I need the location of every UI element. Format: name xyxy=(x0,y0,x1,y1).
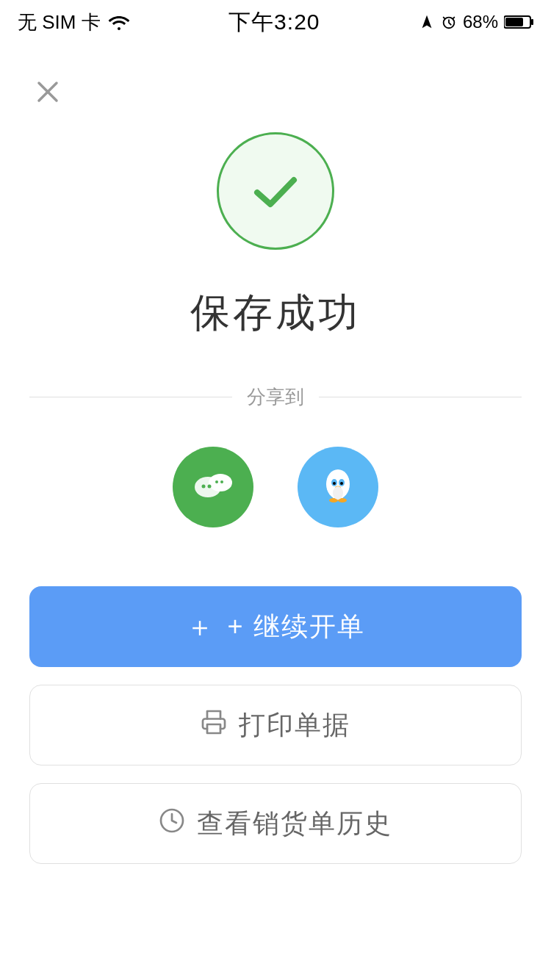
status-left: 无 SIM 卡 xyxy=(18,10,130,35)
main-content: 保存成功 分享到 xyxy=(0,44,551,980)
battery-percent: 68% xyxy=(463,12,498,32)
status-bar: 无 SIM 卡 下午3:20 68% xyxy=(0,0,551,44)
share-wechat-button[interactable] xyxy=(173,447,253,527)
history-label: 查看销货单历史 xyxy=(197,806,392,842)
share-divider: 分享到 xyxy=(29,384,522,410)
wifi-icon xyxy=(108,14,130,30)
alarm-icon xyxy=(441,14,457,30)
battery-icon xyxy=(504,15,533,29)
share-label: 分享到 xyxy=(232,384,319,410)
action-buttons: ＋ + 继续开单 打印单据 xyxy=(0,586,551,864)
history-button[interactable]: 查看销货单历史 xyxy=(29,783,522,864)
print-icon xyxy=(201,709,227,742)
share-section: 分享到 xyxy=(0,384,551,586)
success-title: 保存成功 xyxy=(190,287,361,340)
svg-point-22 xyxy=(333,486,343,500)
status-time: 下午3:20 xyxy=(228,7,320,37)
svg-point-12 xyxy=(220,480,223,483)
share-icons xyxy=(29,447,522,527)
svg-point-11 xyxy=(215,480,218,483)
success-section: 保存成功 分享到 xyxy=(0,44,551,864)
continue-label: + 继续开单 xyxy=(227,609,364,645)
status-right: 68% xyxy=(419,12,533,32)
continue-button[interactable]: ＋ + 继续开单 xyxy=(29,586,522,667)
svg-rect-2 xyxy=(531,19,533,25)
svg-point-10 xyxy=(207,484,211,488)
svg-point-18 xyxy=(340,482,343,485)
share-qq-button[interactable] xyxy=(298,447,378,527)
print-button[interactable]: 打印单据 xyxy=(29,685,522,765)
sim-status: 无 SIM 卡 xyxy=(18,10,101,35)
close-button[interactable] xyxy=(29,73,66,110)
svg-rect-3 xyxy=(505,18,523,26)
svg-point-9 xyxy=(201,484,205,488)
location-icon xyxy=(419,14,435,30)
svg-rect-23 xyxy=(207,724,220,733)
svg-point-7 xyxy=(209,474,232,491)
success-circle xyxy=(217,132,334,250)
print-label: 打印单据 xyxy=(239,707,350,743)
svg-point-17 xyxy=(333,482,336,485)
history-icon xyxy=(159,807,185,840)
continue-icon: ＋ xyxy=(186,608,215,646)
